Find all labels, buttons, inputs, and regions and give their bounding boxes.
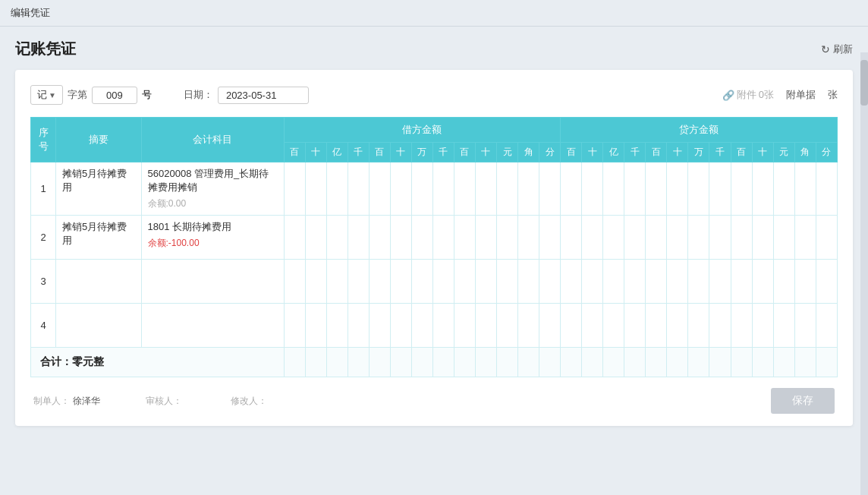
credit-digit-cell[interactable]	[709, 162, 731, 216]
debit-digit-cell[interactable]	[539, 162, 561, 216]
summary-cell[interactable]	[56, 260, 142, 304]
credit-digit-cell[interactable]	[582, 216, 603, 260]
credit-digit-cell[interactable]	[709, 304, 731, 348]
credit-digit-cell[interactable]	[582, 304, 603, 348]
debit-digit-cell[interactable]	[390, 162, 411, 216]
debit-digit-cell[interactable]	[518, 216, 539, 260]
credit-digit-cell[interactable]	[603, 162, 624, 216]
credit-digit-cell[interactable]	[561, 260, 582, 304]
credit-digit-cell[interactable]	[688, 216, 709, 260]
credit-digit-cell[interactable]	[667, 304, 688, 348]
credit-digit-cell[interactable]	[816, 216, 837, 260]
debit-digit-cell[interactable]	[348, 162, 369, 216]
credit-digit-cell[interactable]	[624, 304, 646, 348]
credit-digit-cell[interactable]	[731, 162, 752, 216]
credit-digit-cell[interactable]	[667, 260, 688, 304]
credit-digit-cell[interactable]	[582, 260, 603, 304]
credit-digit-cell[interactable]	[709, 260, 731, 304]
debit-digit-cell[interactable]	[518, 260, 539, 304]
voucher-type-button[interactable]: 记 ▼	[30, 85, 63, 105]
summary-cell[interactable]	[56, 304, 142, 348]
credit-digit-cell[interactable]	[773, 162, 794, 216]
debit-digit-cell[interactable]	[518, 304, 539, 348]
debit-digit-cell[interactable]	[390, 216, 411, 260]
debit-digit-cell[interactable]	[369, 260, 390, 304]
debit-digit-cell[interactable]	[411, 260, 432, 304]
refresh-button[interactable]: ↻ 刷新	[821, 43, 853, 56]
debit-digit-cell[interactable]	[454, 304, 475, 348]
debit-digit-cell[interactable]	[454, 162, 475, 216]
account-cell[interactable]	[141, 260, 284, 304]
credit-digit-cell[interactable]	[688, 304, 709, 348]
debit-digit-cell[interactable]	[369, 162, 390, 216]
debit-digit-cell[interactable]	[326, 162, 348, 216]
credit-digit-cell[interactable]	[603, 216, 624, 260]
voucher-number-input[interactable]	[92, 87, 137, 104]
debit-digit-cell[interactable]	[348, 260, 369, 304]
attachment-link[interactable]: 🔗 附件 0张	[722, 88, 774, 102]
debit-digit-cell[interactable]	[539, 304, 561, 348]
debit-digit-cell[interactable]	[284, 216, 305, 260]
debit-digit-cell[interactable]	[475, 260, 496, 304]
debit-digit-cell[interactable]	[411, 216, 432, 260]
credit-digit-cell[interactable]	[816, 304, 837, 348]
debit-digit-cell[interactable]	[305, 216, 326, 260]
debit-digit-cell[interactable]	[539, 216, 561, 260]
credit-digit-cell[interactable]	[794, 304, 816, 348]
debit-digit-cell[interactable]	[432, 304, 454, 348]
credit-digit-cell[interactable]	[816, 260, 837, 304]
credit-digit-cell[interactable]	[646, 216, 667, 260]
credit-digit-cell[interactable]	[731, 304, 752, 348]
debit-digit-cell[interactable]	[432, 216, 454, 260]
credit-digit-cell[interactable]	[561, 162, 582, 216]
credit-digit-cell[interactable]	[646, 162, 667, 216]
credit-digit-cell[interactable]	[603, 304, 624, 348]
credit-digit-cell[interactable]	[603, 260, 624, 304]
debit-digit-cell[interactable]	[305, 304, 326, 348]
account-cell[interactable]	[141, 304, 284, 348]
debit-digit-cell[interactable]	[305, 162, 326, 216]
fu-dan-ju-link[interactable]: 附单据	[786, 88, 816, 102]
debit-digit-cell[interactable]	[411, 162, 432, 216]
credit-digit-cell[interactable]	[752, 162, 773, 216]
debit-digit-cell[interactable]	[454, 216, 475, 260]
credit-digit-cell[interactable]	[794, 216, 816, 260]
debit-digit-cell[interactable]	[305, 260, 326, 304]
account-cell[interactable]: 1801 长期待摊费用余额:-100.00	[141, 216, 284, 260]
account-cell[interactable]: 56020008 管理费用_长期待摊费用摊销余额:0.00	[141, 162, 284, 216]
debit-digit-cell[interactable]	[348, 216, 369, 260]
debit-digit-cell[interactable]	[497, 162, 518, 216]
date-input[interactable]	[218, 87, 309, 104]
summary-cell[interactable]: 摊销5月待摊费用	[56, 162, 142, 216]
debit-digit-cell[interactable]	[369, 304, 390, 348]
credit-digit-cell[interactable]	[731, 260, 752, 304]
debit-digit-cell[interactable]	[369, 216, 390, 260]
debit-digit-cell[interactable]	[497, 304, 518, 348]
debit-digit-cell[interactable]	[284, 260, 305, 304]
scrollbar-thumb[interactable]	[860, 60, 868, 106]
credit-digit-cell[interactable]	[773, 304, 794, 348]
credit-digit-cell[interactable]	[667, 216, 688, 260]
credit-digit-cell[interactable]	[624, 216, 646, 260]
credit-digit-cell[interactable]	[646, 304, 667, 348]
credit-digit-cell[interactable]	[667, 162, 688, 216]
summary-cell[interactable]: 摊销5月待摊费用	[56, 216, 142, 260]
credit-digit-cell[interactable]	[752, 304, 773, 348]
credit-digit-cell[interactable]	[688, 162, 709, 216]
credit-digit-cell[interactable]	[773, 260, 794, 304]
debit-digit-cell[interactable]	[326, 216, 348, 260]
debit-digit-cell[interactable]	[284, 162, 305, 216]
debit-digit-cell[interactable]	[432, 260, 454, 304]
debit-digit-cell[interactable]	[539, 260, 561, 304]
debit-digit-cell[interactable]	[326, 260, 348, 304]
credit-digit-cell[interactable]	[561, 304, 582, 348]
save-button[interactable]: 保存	[771, 388, 835, 414]
debit-digit-cell[interactable]	[497, 260, 518, 304]
credit-digit-cell[interactable]	[752, 260, 773, 304]
debit-digit-cell[interactable]	[326, 304, 348, 348]
scrollbar-track[interactable]	[860, 52, 868, 495]
credit-digit-cell[interactable]	[794, 260, 816, 304]
debit-digit-cell[interactable]	[432, 162, 454, 216]
debit-digit-cell[interactable]	[390, 260, 411, 304]
debit-digit-cell[interactable]	[497, 216, 518, 260]
